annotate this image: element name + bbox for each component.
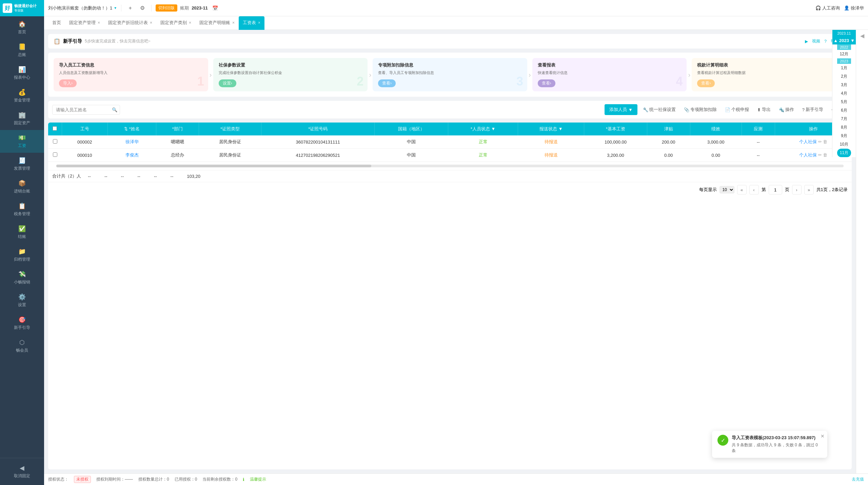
row-checkbox-0[interactable] xyxy=(48,135,62,149)
account-selector[interactable]: 刘小艳演示账套（勿删勿动！）1 ▼ xyxy=(48,5,117,11)
steps-container: 导入员工工资信息 人员信息及工资数据新增导入 导入› 1 › 社保参数设置 完成… xyxy=(48,53,852,97)
last-page-btn[interactable]: » xyxy=(804,185,814,194)
col-status: *人员状态 ▼ xyxy=(448,123,518,135)
sidebar-item-ledger[interactable]: 📒总账 xyxy=(0,39,44,62)
cal-month-2月[interactable]: 2月 xyxy=(837,72,851,81)
sidebar-item-invoices[interactable]: 🧾发票管理 xyxy=(0,153,44,175)
sidebar-item-home[interactable]: 🏠首页 xyxy=(0,16,44,39)
tab-payroll-table[interactable]: 工资表× xyxy=(239,16,264,30)
guide-title: 新手引导 xyxy=(63,38,82,44)
old-version-btn[interactable]: 切到旧版 xyxy=(156,4,177,12)
sidebar-item-funds[interactable]: 💰资金管理 xyxy=(0,85,44,107)
special-deduction-icon: 📎 xyxy=(684,107,689,112)
sidebar-footer: ◀ 取消固定 xyxy=(0,458,44,485)
toolbar-action-export[interactable]: ⬆导出 xyxy=(754,105,773,114)
sidebar-item-checkout[interactable]: ✅结账 xyxy=(0,221,44,244)
horizontal-scrollbar[interactable] xyxy=(48,162,852,170)
cal-month-4月[interactable]: 4月 xyxy=(837,89,851,98)
unpin-icon: ◀ xyxy=(20,464,24,472)
sidebar-item-tax[interactable]: 📋税务管理 xyxy=(0,198,44,221)
tab-close-depreciation[interactable]: × xyxy=(150,20,152,25)
col-subsidy: 津贴 xyxy=(647,123,690,135)
prev-page-btn[interactable]: ‹ xyxy=(749,185,759,194)
tab-close-payroll-table[interactable]: × xyxy=(258,20,260,25)
step-btn-step4[interactable]: 查看› xyxy=(538,79,555,87)
checkout-icon: ✅ xyxy=(18,225,26,232)
row-name-0[interactable]: 徐泽华 xyxy=(108,135,156,149)
ai-consult[interactable]: 🎧 人工咨询 xyxy=(815,5,840,11)
row-id-type-0: 居民身份证 xyxy=(199,135,261,149)
toolbar: 🔍 添加人员 ▼ 🔧统一社保设置📎专项附加扣除📄个税申报⬆导出🔩操作?新手引导↺… xyxy=(48,101,852,118)
tab-home[interactable]: 首页 xyxy=(48,16,65,30)
add-person-btn[interactable]: 添加人员 ▼ xyxy=(605,104,637,115)
toolbar-action-personal-tax[interactable]: 📄个税申报 xyxy=(722,105,752,114)
add-account-btn[interactable]: + xyxy=(125,3,135,13)
row-checkbox-1[interactable] xyxy=(48,149,62,162)
guide-video-label[interactable]: 视频 xyxy=(812,38,820,44)
cal-next-year-btn[interactable]: ▼ xyxy=(850,38,855,43)
cal-month-7月[interactable]: 7月 xyxy=(837,115,851,123)
cal-month-12月[interactable]: 12月 xyxy=(837,50,851,58)
sidebar-item-purchase-sales[interactable]: 📦进销台账 xyxy=(0,175,44,198)
cal-prev-year-btn[interactable]: ▲ xyxy=(833,38,838,43)
tab-fixed-assets-detail[interactable]: 固定资产明细账× xyxy=(195,16,239,30)
first-page-btn[interactable]: « xyxy=(737,185,747,194)
select-all-checkbox[interactable] xyxy=(53,126,57,131)
cal-month-6月[interactable]: 6月 xyxy=(837,106,851,115)
cal-month-11月[interactable]: 11月 xyxy=(837,149,851,157)
row-id-no-1: 412702198206290521 xyxy=(261,149,375,162)
tab-fixed-assets-cat[interactable]: 固定资产类别× xyxy=(156,16,195,30)
toast-content: 导入工资表模板(2023-03-23 15:07:59.897) 共 9 条数据… xyxy=(732,435,822,454)
calendar-icon[interactable]: 📅 xyxy=(211,3,220,13)
step-btn-step1[interactable]: 导入› xyxy=(59,79,77,87)
settings-btn[interactable]: ⚙ xyxy=(138,3,147,13)
step-btn-step3[interactable]: 查看› xyxy=(378,79,396,87)
toolbar-action-guide[interactable]: ?新手引导 xyxy=(800,105,826,114)
go-auth-btn[interactable]: 去充值 xyxy=(852,477,864,482)
cal-month-3月[interactable]: 3月 xyxy=(837,81,851,89)
page-input[interactable] xyxy=(769,185,782,194)
cal-month-10月[interactable]: 10月 xyxy=(837,140,851,149)
row-submit-status-0: 待报送 xyxy=(518,135,584,149)
sidebar-item-guide[interactable]: 🎯新手引导 xyxy=(0,312,44,335)
row-name-1[interactable]: 李俊杰 xyxy=(108,149,156,162)
toast-desc: 共 9 条数据，成功导入 9 条，失败 0 条，跳过 0 条 xyxy=(732,442,822,454)
cal-month-1月[interactable]: 1月 xyxy=(837,64,851,72)
total-auth-label: 授权数量总计：0 xyxy=(138,477,169,482)
toast-close-btn[interactable]: ✕ xyxy=(821,433,825,439)
sidebar-unpin[interactable]: ◀ 取消固定 xyxy=(0,462,44,482)
user-info[interactable]: 👤 徐泽华 xyxy=(844,5,864,11)
sidebar-item-settings[interactable]: ⚙️设置 xyxy=(0,289,44,312)
step-btn-step5[interactable]: 查看› xyxy=(697,79,715,87)
step-arrow-3: › xyxy=(527,71,532,79)
expense-icon: 💸 xyxy=(18,271,26,278)
tab-close-fixed-assets-cat[interactable]: × xyxy=(189,20,191,25)
next-page-btn[interactable]: › xyxy=(792,185,802,194)
cal-month-8月[interactable]: 8月 xyxy=(837,123,851,132)
tab-fixed-assets-mgmt[interactable]: 固定资产管理× xyxy=(65,16,104,30)
step-btn-step2[interactable]: 设置› xyxy=(219,79,236,87)
sidebar-item-expense[interactable]: 💸小畅报销 xyxy=(0,266,44,289)
export-label: 导出 xyxy=(762,107,771,113)
table-row: 000002 徐泽华 嗯嗯嗯 居民身份证 360782200104131111 … xyxy=(48,135,852,149)
sidebar-item-reports[interactable]: 📊报表中心 xyxy=(0,62,44,85)
cal-month-9月[interactable]: 9月 xyxy=(837,132,851,140)
tab-close-fixed-assets-mgmt[interactable]: × xyxy=(98,20,100,25)
step-step2: 社保参数设置 完成社保参数设置自动计算社保公积金 设置› 2 xyxy=(213,58,368,91)
sidebar-item-fixed-assets[interactable]: 🏢固定资产 xyxy=(0,107,44,130)
per-page-select[interactable]: 10 20 50 xyxy=(719,186,734,193)
sidebar-item-archive[interactable]: 📁归档管理 xyxy=(0,244,44,266)
panel-expand-btn[interactable]: ◀ xyxy=(860,33,864,39)
step-arrow-2: › xyxy=(368,71,373,79)
tab-close-fixed-assets-detail[interactable]: × xyxy=(232,20,235,25)
sidebar-item-payroll[interactable]: 💵工资 xyxy=(0,130,44,153)
cal-month-5月[interactable]: 5月 xyxy=(837,98,851,106)
tab-depreciation[interactable]: 固定资产折旧统计表× xyxy=(104,16,156,30)
toolbar-action-special-deduction[interactable]: 📎专项附加扣除 xyxy=(681,105,719,114)
toolbar-action-social-insurance[interactable]: 🔧统一社保设置 xyxy=(640,105,678,114)
toolbar-action-operations[interactable]: 🔩操作 xyxy=(776,105,797,114)
step-num-step2: 2 xyxy=(357,74,363,89)
sidebar-item-member[interactable]: ⬡畅会员 xyxy=(0,335,44,357)
search-input[interactable] xyxy=(52,105,120,115)
cal-year-label: 2023 xyxy=(839,38,849,43)
